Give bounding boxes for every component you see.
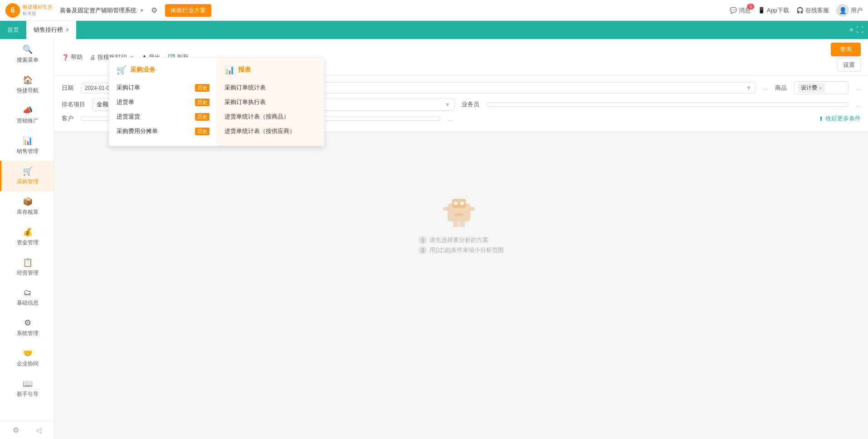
svg-rect-7: [453, 222, 458, 227]
empty-illustration: [439, 190, 484, 231]
message-btn[interactable]: 💬 消息 5: [730, 6, 751, 15]
sidebar-item-inventory[interactable]: 📦 库存核算: [0, 191, 54, 222]
popup-right-header: 📊 报表: [224, 65, 317, 75]
collapse-btn[interactable]: ⬆ 收起更多条件: [819, 114, 861, 123]
popup-item-purchase-return[interactable]: 进货退货 历史: [117, 109, 210, 124]
sidebar: 🔍 搜索菜单 🏠 快捷导航 📣 营销推广 📊 销售管理 🛒 采购管理 📦 库存核…: [0, 39, 54, 439]
rank-dropdown-icon: ▼: [444, 101, 450, 108]
sidebar-item-guide[interactable]: 📖 新手引导: [0, 373, 54, 404]
topbar: 6 畅捷通好生意 标准版 装备及固定资产辅助管理系统 ▼ ⚙ 体验行业方案 💬 …: [0, 0, 868, 21]
voucher-dots[interactable]: ...: [763, 84, 768, 91]
logo-text: 畅捷通好生意: [23, 4, 53, 10]
tab-close-icon[interactable]: ×: [66, 27, 69, 33]
sidebar-item-finance[interactable]: 💰 资金管理: [0, 222, 54, 252]
hint-item-1: 1 请先选择要分析的方案: [419, 236, 503, 244]
settings-bottom-icon[interactable]: ⚙: [13, 426, 19, 434]
salesman-dots[interactable]: ...: [856, 101, 861, 108]
marketing-icon: 📣: [23, 105, 33, 115]
popup-item-report-4[interactable]: 进货单统计表（按供应商）: [224, 124, 317, 138]
sidebar-item-operation[interactable]: 📋 经营管理: [0, 252, 54, 282]
collapse-sidebar-icon[interactable]: ◁: [36, 426, 41, 434]
salesman-select[interactable]: [487, 102, 848, 107]
tabbar: 首页 销售排行榜 × × ⛶: [0, 21, 868, 39]
sidebar-item-marketing[interactable]: 📣 营销推广: [0, 100, 54, 130]
operation-icon: 📋: [23, 257, 33, 267]
home-icon: 🏠: [23, 75, 33, 85]
tabbar-right: × ⛶: [849, 26, 868, 34]
empty-state: 1 请先选择要分析的方案 2 用[过滤]条件来缩小分析范围: [54, 132, 868, 314]
customer-label: 客户: [62, 114, 73, 123]
popup-item-purchase-receipt[interactable]: 进货单 历史: [117, 95, 210, 109]
sidebar-bottom: ⚙ ◁: [0, 421, 54, 439]
main-layout: 🔍 搜索菜单 🏠 快捷导航 📣 营销推广 📊 销售管理 🛒 采购管理 📦 库存核…: [0, 39, 868, 439]
popup-col-right: 📊 报表 采购订单统计表 采购订单执行表 进货单统计表（按商品） 进货单统计表（…: [217, 58, 325, 146]
sidebar-item-purchase[interactable]: 🛒 采购管理: [0, 161, 54, 191]
salesman-label: 业务员: [462, 100, 479, 109]
settings-icon[interactable]: ⚙: [148, 4, 161, 17]
sidebar-item-search[interactable]: 🔍 搜索菜单: [0, 39, 54, 69]
history-badge-3: 历史: [195, 128, 210, 135]
goods-tag: 设计费 ×: [798, 83, 824, 93]
system-icon: ⚙: [24, 318, 31, 328]
goods-dots[interactable]: ...: [856, 84, 861, 91]
logo-icon: 6: [5, 3, 20, 18]
content-area: ❓ 帮助 🖨 按模板打印 ▼ ⬆ 导出 🔄 刷新 查询 设置: [54, 39, 868, 439]
query-button[interactable]: 查询: [831, 43, 861, 56]
cooperation-icon: 🤝: [23, 348, 33, 358]
goods-tag-close-icon[interactable]: ×: [819, 85, 822, 91]
system-title[interactable]: 装备及固定资产辅助管理系统 ▼: [60, 6, 144, 15]
help-btn[interactable]: ❓ 帮助: [62, 53, 83, 61]
tab-home[interactable]: 首页: [0, 21, 26, 39]
headset-icon: 🎧: [796, 7, 804, 14]
search-icon: 🔍: [23, 44, 33, 54]
popup-left-header: 🛒 采购业务: [117, 65, 210, 75]
topbar-right: 💬 消息 5 📱 App下载 🎧 在线客服 👤 用户: [730, 4, 863, 17]
popup-report-icon: 📊: [224, 65, 234, 75]
tab-window-close-icon[interactable]: ×: [849, 26, 853, 34]
goods-label: 商品: [775, 84, 787, 92]
popup-item-purchase-order[interactable]: 采购订单 历史: [117, 80, 210, 95]
sidebar-item-cooperation[interactable]: 🤝 企业协同: [0, 343, 54, 373]
sidebar-item-nav[interactable]: 🏠 快捷导航: [0, 69, 54, 100]
sidebar-item-system[interactable]: ⚙ 系统管理: [0, 312, 54, 343]
collapse-up-icon: ⬆: [819, 115, 824, 122]
tab-fullscreen-icon[interactable]: ⛶: [856, 26, 863, 34]
basic-icon: 🗂: [24, 288, 32, 297]
voucher-dropdown-icon: ▼: [746, 84, 751, 91]
svg-point-3: [460, 202, 464, 205]
svg-rect-4: [454, 213, 463, 216]
sales-icon: 📊: [23, 136, 33, 146]
avatar: 👤: [836, 4, 849, 17]
svg-rect-6: [469, 207, 475, 211]
print-icon: 🖨: [90, 54, 96, 61]
sidebar-item-basic[interactable]: 🗂 基础信息: [0, 282, 54, 312]
inventory-icon: 📦: [23, 197, 33, 207]
help-icon: ❓: [62, 54, 69, 61]
popup-purchase-icon: 🛒: [117, 65, 127, 75]
history-badge-1: 历史: [195, 99, 210, 106]
purchase-icon: 🛒: [23, 166, 33, 176]
goods-input[interactable]: 设计费 ×: [794, 81, 848, 94]
message-badge: 5: [747, 4, 754, 10]
date-label: 日期: [62, 84, 73, 92]
tab-sales-rank[interactable]: 销售排行榜 ×: [26, 21, 76, 39]
user-btn[interactable]: 👤 用户: [836, 4, 863, 17]
popup-item-report-3[interactable]: 进货单统计表（按商品）: [224, 109, 317, 124]
popup-menu: 🛒 采购业务 采购订单 历史 进货单 历史 进货退货 历史 采购费用分摊单: [109, 57, 325, 146]
popup-item-purchase-expense[interactable]: 采购费用分摊单 历史: [117, 124, 210, 138]
finance-icon: 💰: [23, 227, 33, 237]
empty-svg: [439, 190, 484, 231]
message-icon: 💬: [730, 7, 737, 14]
app-download-btn[interactable]: 📱 App下载: [758, 6, 789, 15]
customer-dots[interactable]: ...: [448, 115, 453, 122]
popup-item-report-1[interactable]: 采购订单统计表: [224, 80, 317, 95]
industry-btn[interactable]: 体验行业方案: [165, 4, 211, 17]
popup-item-report-2[interactable]: 采购订单执行表: [224, 95, 317, 109]
svg-rect-8: [459, 222, 465, 227]
online-service-btn[interactable]: 🎧 在线客服: [796, 6, 829, 15]
logo-sub: 标准版: [23, 10, 53, 17]
logo: 6 畅捷通好生意 标准版: [5, 3, 60, 18]
dropdown-arrow-icon: ▼: [139, 8, 144, 13]
sidebar-item-sales[interactable]: 📊 销售管理: [0, 130, 54, 161]
settings-button[interactable]: 设置: [837, 58, 861, 72]
